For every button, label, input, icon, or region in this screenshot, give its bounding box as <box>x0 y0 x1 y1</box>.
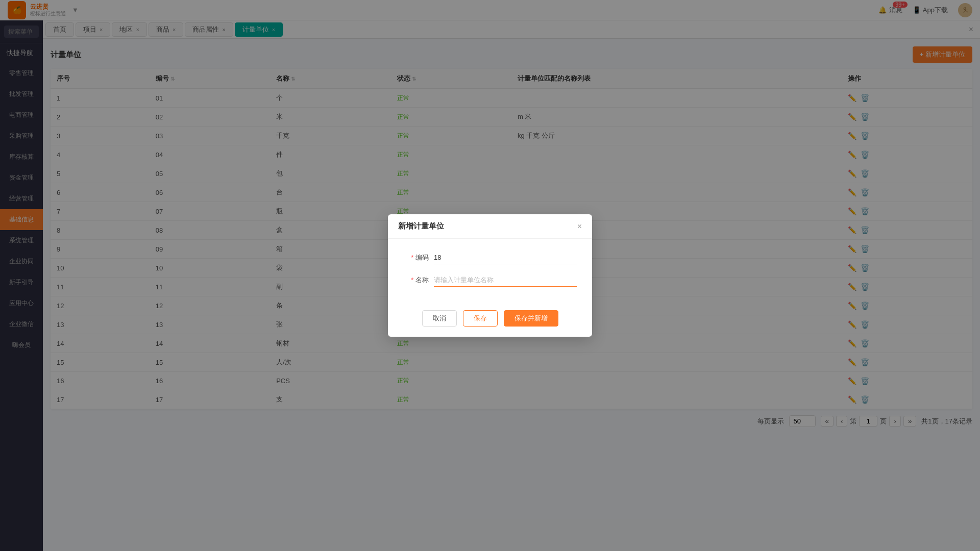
modal-title: 新增计量单位 <box>398 221 444 231</box>
modal-close-button[interactable]: × <box>577 222 582 231</box>
save-and-new-button[interactable]: 保存并新增 <box>504 310 558 327</box>
cancel-button[interactable]: 取消 <box>422 310 457 327</box>
modal-body: 编码 名称 <box>388 239 592 304</box>
modal-overlay[interactable]: 新增计量单位 × 编码 名称 取消 保存 保存并新增 <box>0 0 980 551</box>
save-button[interactable]: 保存 <box>463 310 498 327</box>
form-item-code: 编码 <box>403 251 577 264</box>
modal-footer: 取消 保存 保存并新增 <box>388 304 592 337</box>
name-input[interactable] <box>434 273 577 287</box>
form-label-name: 名称 <box>403 276 429 285</box>
code-input[interactable] <box>434 251 577 264</box>
modal-header: 新增计量单位 × <box>388 214 592 239</box>
form-item-name: 名称 <box>403 273 577 287</box>
form-label-code: 编码 <box>403 253 429 262</box>
add-unit-modal: 新增计量单位 × 编码 名称 取消 保存 保存并新增 <box>388 214 592 337</box>
